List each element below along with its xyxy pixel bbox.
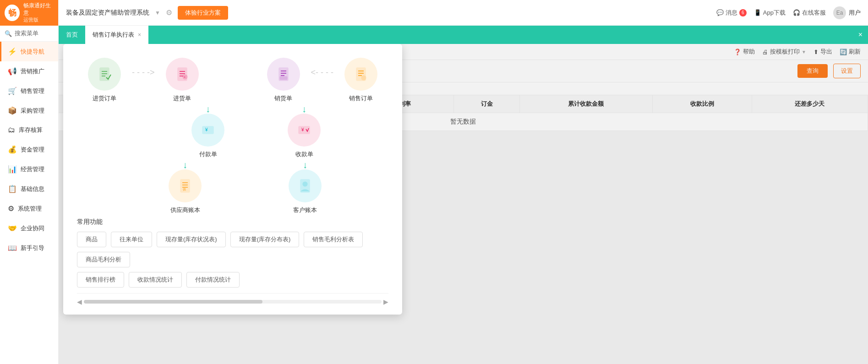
svg-point-30 [303, 182, 307, 186]
message-btn[interactable]: 💬 消息 6 [716, 9, 747, 17]
svg-text:¥: ¥ [301, 127, 304, 132]
scroll-left-btn[interactable]: ◀ [77, 298, 82, 305]
node-receipt[interactable]: ¥ 收款单 [277, 114, 332, 158]
tab-sales-execution[interactable]: 销售订单执行表 × [85, 26, 148, 44]
tab-home[interactable]: 首页 [59, 26, 85, 44]
sidebar-item-quick[interactable]: ⚡快捷导航 [0, 42, 58, 61]
sidebar-item-marketing[interactable]: 📢营销推广 [0, 61, 58, 81]
svg-rect-20 [202, 126, 213, 134]
node-sale-bill-label: 销货单 [274, 94, 292, 103]
func-btn-现存量(库存分布表)[interactable]: 现存量(库存分布表) [230, 232, 300, 247]
sidebar-item-system[interactable]: ⚙系统管理 [0, 199, 58, 218]
message-badge: 6 [739, 9, 747, 16]
svg-rect-14 [280, 76, 287, 80]
nav-icon-operation: 📊 [8, 165, 17, 174]
nav-icon-base: 📋 [8, 185, 17, 193]
close-all-tabs-btn[interactable]: × [858, 31, 863, 39]
sidebar-item-base[interactable]: 📋基础信息 [0, 179, 58, 199]
sidebar-item-collab[interactable]: 🤝企业协同 [0, 218, 58, 238]
app-download-btn[interactable]: 📱 App下载 [754, 9, 786, 17]
sidebar-nav: ⚡快捷导航📢营销推广🛒销售管理📦采购管理🗂库存核算💰资金管理📊经营管理📋基础信息… [0, 42, 58, 258]
nav-label-system: 系统管理 [18, 205, 42, 213]
node-sale-order[interactable]: 销售订单 [333, 58, 388, 103]
user-menu[interactable]: Ea 用户 [833, 6, 861, 19]
tab-close-btn[interactable]: × [138, 32, 141, 38]
node-customer-account[interactable]: 客户账本 [278, 169, 333, 214]
func-btn-付款情况统计[interactable]: 付款情况统计 [186, 272, 240, 288]
arrow-purchase: - - - -> [132, 68, 155, 77]
node-purchase-bill-label: 进货单 [173, 94, 191, 103]
common-funcs: 常用功能 商品往来单位现存量(库存状况表)现存量(库存分布表)销售毛利分析表商品… [77, 218, 388, 288]
node-sale-bill[interactable]: 销货单 [256, 58, 311, 103]
scrollbar-track[interactable] [84, 300, 382, 304]
flow-row1: 进货订单 - - - -> + 进货单 [77, 58, 388, 103]
func-btn-销售排行榜[interactable]: 销售排行榜 [77, 272, 124, 288]
service-icon: 🎧 [793, 9, 800, 16]
func-btn-往来单位[interactable]: 往来单位 [111, 232, 152, 247]
nav-label-base: 基础信息 [21, 185, 44, 193]
purchase-order-icon [88, 58, 121, 91]
flow-right-group: 销货单 <- - - - 销售订单 [256, 58, 389, 103]
sidebar-item-guide[interactable]: 📖新手引导 [0, 238, 58, 258]
content-area: ❓ 帮助 🖨 按模板打印 ▼ ⬆ 导出 🔄 刷新 [59, 44, 868, 364]
node-supplier-account-label: 供应商账本 [170, 206, 200, 214]
nav-label-marketing: 营销推广 [21, 67, 44, 76]
topbar: 装备及固定资产辅助管理系统 ▼ ⚙ 体验行业方案 💬 消息 6 📱 App下载 … [59, 0, 868, 26]
settings-icon[interactable]: ⚙ [166, 8, 172, 17]
nav-label-guide: 新手引导 [21, 244, 44, 252]
sidebar-item-sales[interactable]: 🛒销售管理 [0, 81, 58, 101]
online-service-btn[interactable]: 🎧 在线客服 [793, 9, 826, 17]
sidebar-item-operation[interactable]: 📊经营管理 [0, 159, 58, 179]
supplier-account-icon: 供 [169, 169, 202, 202]
node-purchase-order[interactable]: 进货订单 [77, 58, 132, 103]
flow-payment-col: ↓ ¥ 付款单 [180, 104, 235, 158]
logo-icon: 畅 [5, 5, 20, 21]
func-btn-现存量(库存状况表)[interactable]: 现存量(库存状况表) [157, 232, 226, 247]
nav-label-operation: 经营管理 [21, 165, 44, 174]
nav-label-quick: 快捷导航 [21, 48, 44, 56]
func-btn-商品毛利分析[interactable]: 商品毛利分析 [77, 252, 130, 267]
nav-label-sales: 销售管理 [21, 87, 44, 95]
node-purchase-order-label: 进货订单 [93, 94, 116, 103]
arrow-sale: <- - - - [311, 68, 334, 77]
nav-icon-system: ⚙ [8, 204, 14, 213]
message-icon: 💬 [716, 9, 724, 16]
node-payment[interactable]: ¥ 付款单 [180, 114, 235, 158]
node-purchase-bill[interactable]: + 进货单 [155, 58, 210, 103]
experience-btn[interactable]: 体验行业方案 [178, 6, 228, 20]
func-buttons-row2: 销售排行榜收款情况统计付款情况统计 [77, 272, 388, 288]
modal-dialog: 进货订单 - - - -> + 进货单 [63, 44, 402, 315]
modal-scrollbar: ◀ ▶ [77, 293, 388, 305]
download-icon: 📱 [754, 9, 761, 16]
sidebar-item-finance[interactable]: 💰资金管理 [0, 140, 58, 159]
func-btn-商品[interactable]: 商品 [77, 232, 106, 247]
svg-text:+: + [184, 76, 186, 79]
nav-icon-sales: 🛒 [8, 87, 17, 95]
nav-icon-guide: 📖 [8, 244, 17, 252]
scroll-right-btn[interactable]: ▶ [383, 298, 388, 305]
sale-bill-icon [267, 58, 300, 91]
tabbar: 首页 销售订单执行表 × × [59, 26, 868, 44]
func-buttons-row1: 商品往来单位现存量(库存状况表)现存量(库存分布表)销售毛利分析表商品毛利分析 [77, 232, 388, 267]
common-funcs-title: 常用功能 [77, 218, 388, 226]
node-receipt-label: 收款单 [295, 150, 313, 158]
chevron-down-icon: ▼ [155, 10, 160, 16]
svg-text:¥: ¥ [205, 127, 208, 132]
sidebar-logo: 畅 畅康通好生意 运营版 [0, 0, 58, 26]
purchase-bill-icon: + [166, 58, 199, 91]
sidebar-item-purchase[interactable]: 📦采购管理 [0, 101, 58, 120]
search-menu[interactable]: 🔍 搜索菜单 [0, 26, 58, 42]
sidebar-item-inventory[interactable]: 🗂库存核算 [0, 120, 58, 140]
func-btn-销售毛利分析表[interactable]: 销售毛利分析表 [304, 232, 363, 247]
scrollbar-thumb [84, 300, 262, 304]
avatar: Ea [833, 6, 846, 19]
nav-icon-inventory: 🗂 [8, 126, 15, 134]
flow-supplier-col: ↓ 供 供应商账本 [158, 160, 213, 214]
node-supplier-account[interactable]: 供 供应商账本 [158, 169, 213, 214]
nav-icon-purchase: 📦 [8, 106, 17, 115]
topbar-actions: 💬 消息 6 📱 App下载 🎧 在线客服 Ea 用户 [716, 6, 861, 19]
logo-text: 畅康通好生意 运营版 [23, 2, 54, 23]
customer-account-icon [289, 169, 322, 202]
modal-overlay: 进货订单 - - - -> + 进货单 [59, 44, 868, 364]
func-btn-收款情况统计[interactable]: 收款情况统计 [129, 272, 182, 288]
